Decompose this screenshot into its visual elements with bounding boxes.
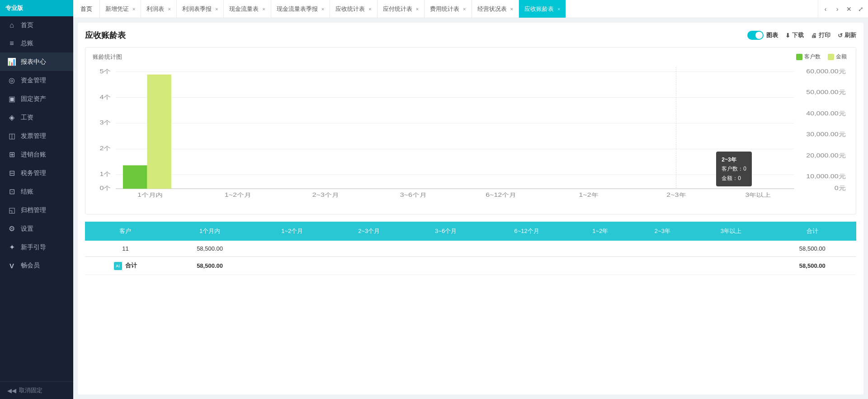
tab-expense-close[interactable]: ×: [463, 6, 466, 12]
sidebar-pin-toggle[interactable]: ◀◀ 取消固定: [0, 381, 73, 399]
tab-biz-status-close[interactable]: ×: [510, 6, 513, 12]
total-3yplus: [693, 257, 768, 275]
main-content: 首页 新增凭证 × 利润表 × 利润表季报 × 现金流量表 × 现金流量表季报 …: [73, 0, 868, 399]
col-12y: 1~2年: [569, 222, 632, 241]
tab-ar-stat[interactable]: 应收统计表 ×: [330, 0, 377, 18]
tab-fullscreen[interactable]: ⤢: [855, 4, 866, 14]
refresh-icon: ↺: [838, 32, 843, 39]
sidebar-item-closing-label: 结账: [21, 188, 33, 196]
sidebar-item-closing[interactable]: ⊡ 结账: [0, 182, 73, 201]
home-icon: ⌂: [7, 21, 16, 29]
sidebar-item-vip-label: 畅会员: [21, 261, 40, 270]
refresh-button[interactable]: ↺ 刷新: [838, 31, 856, 39]
settings-icon: ⚙: [7, 224, 16, 233]
reports-icon: 📊: [7, 57, 16, 66]
sidebar-item-vip[interactable]: V 畅会员: [0, 256, 73, 275]
tab-close-all[interactable]: ✕: [844, 4, 854, 14]
sidebar-item-settings[interactable]: ⚙ 设置: [0, 219, 73, 238]
sidebar-item-tax-label: 税务管理: [21, 169, 46, 177]
tab-cashflow-q[interactable]: 现金流量表季报 ×: [271, 0, 330, 18]
col-1m: 1个月内: [166, 222, 254, 241]
tab-nav-right[interactable]: ›: [832, 4, 843, 14]
col-3yplus: 3年以上: [693, 222, 768, 241]
page-title: 应收账龄表: [85, 30, 126, 41]
svg-text:2~3个月: 2~3个月: [312, 191, 339, 198]
svg-text:2~3年: 2~3年: [666, 191, 686, 198]
sidebar-item-funds[interactable]: ◎ 资金管理: [0, 71, 73, 90]
sidebar-item-salary[interactable]: ◈ 工资: [0, 108, 73, 127]
tab-ar-aging[interactable]: 应收账龄表 ×: [519, 0, 566, 18]
tab-home[interactable]: 首页: [73, 0, 100, 18]
page-actions: 图表 ⬇ 下载 🖨 打印 ↺ 刷新: [747, 31, 856, 40]
sidebar-item-reports-label: 报表中心: [21, 58, 46, 66]
chart-svg: 5个 4个 3个 2个 1个 0个 60,000.00元 50,000.00元 …: [93, 65, 849, 200]
sidebar-item-home-label: 首页: [21, 21, 33, 29]
invoice-icon: ◫: [7, 132, 16, 140]
tab-profit-q-label: 利润表季报: [182, 5, 212, 13]
print-button[interactable]: 🖨 打印: [811, 31, 830, 39]
tab-expense[interactable]: 费用统计表 ×: [425, 0, 472, 18]
svg-text:10,000.00元: 10,000.00元: [806, 173, 845, 180]
vip-icon: V: [7, 262, 16, 270]
tab-profit-q-close[interactable]: ×: [215, 6, 218, 12]
chart-toggle-label: 图表: [766, 31, 778, 39]
table-row: 11 58,500.00 58,500.00: [85, 241, 856, 257]
sidebar-item-archive[interactable]: ◱ 归档管理: [0, 201, 73, 219]
svg-text:1个: 1个: [100, 171, 111, 177]
legend-customer-label: 客户数: [804, 53, 821, 61]
sidebar-item-home[interactable]: ⌂ 首页: [0, 16, 73, 34]
tab-ap-stat[interactable]: 应付统计表 ×: [377, 0, 425, 18]
total-12y: [569, 257, 632, 275]
total-23y: [632, 257, 694, 275]
sidebar-item-tax[interactable]: ⊟ 税务管理: [0, 164, 73, 182]
download-button[interactable]: ⬇ 下载: [785, 31, 804, 39]
svg-text:30,000.00元: 30,000.00元: [806, 131, 845, 138]
print-icon: 🖨: [811, 32, 817, 39]
cell-3yplus: [693, 241, 768, 257]
bar-customer-1: [123, 165, 147, 189]
sidebar-item-guide[interactable]: ✦ 新手引导: [0, 238, 73, 256]
tab-profit-q[interactable]: 利润表季报 ×: [177, 0, 224, 18]
sidebar-item-ledger[interactable]: ≡ 总账: [0, 34, 73, 52]
tab-cashflow[interactable]: 现金流量表 ×: [224, 0, 271, 18]
sidebar-item-reports[interactable]: 📊 报表中心: [0, 52, 73, 71]
svg-text:0元: 0元: [835, 185, 846, 191]
tab-cashflow-q-label: 现金流量表季报: [277, 5, 318, 13]
svg-text:1~2年: 1~2年: [579, 191, 598, 198]
cell-23y: [632, 241, 694, 257]
cell-612m: [484, 241, 569, 257]
tab-nav-left[interactable]: ‹: [820, 4, 831, 14]
svg-text:1个月内: 1个月内: [137, 191, 163, 198]
col-total: 合计: [769, 222, 856, 241]
tab-cashflow-label: 现金流量表: [229, 5, 259, 13]
tab-ap-stat-label: 应付统计表: [383, 5, 412, 13]
tab-voucher[interactable]: 新增凭证 ×: [100, 0, 141, 18]
svg-text:2个: 2个: [100, 145, 111, 152]
legend-amount-label: 金额: [836, 53, 847, 61]
tab-profit-close[interactable]: ×: [168, 6, 170, 12]
tab-biz-status[interactable]: 经营状况表 ×: [472, 0, 519, 18]
tab-ar-stat-close[interactable]: ×: [368, 6, 371, 12]
sidebar-item-assets[interactable]: ▣ 固定资产: [0, 90, 73, 108]
table-header-row: 客户 1个月内 1~2个月 2~3个月 3~6个月 6~12个月 1~2年 2~…: [85, 222, 856, 241]
cell-12y: [569, 241, 632, 257]
tab-profit-label: 利润表: [146, 5, 164, 13]
tax-icon: ⊟: [7, 169, 16, 177]
tab-expense-label: 费用统计表: [430, 5, 459, 13]
chart-toggle[interactable]: [747, 31, 764, 40]
tab-cashflow-q-close[interactable]: ×: [321, 6, 324, 12]
tab-ap-stat-close[interactable]: ×: [416, 6, 419, 12]
tab-cashflow-close[interactable]: ×: [262, 6, 265, 12]
sidebar-item-invoice[interactable]: ◫ 发票管理: [0, 127, 73, 145]
chart-container: 账龄统计图 客户数 金额 5个 4个 3个 2个 1个 0个: [85, 47, 856, 214]
download-icon: ⬇: [785, 32, 790, 39]
sidebar-pin-label: 取消固定: [19, 386, 42, 394]
bar-amount-1: [147, 75, 171, 189]
sidebar-item-stock[interactable]: ⊞ 进销台账: [0, 145, 73, 164]
total-12m: [254, 257, 330, 275]
tab-ar-aging-close[interactable]: ×: [557, 6, 560, 12]
chart-title: 账龄统计图: [93, 53, 849, 61]
legend-customer-color: [796, 54, 802, 60]
tab-profit[interactable]: 利润表 ×: [141, 0, 176, 18]
tab-voucher-close[interactable]: ×: [132, 6, 135, 12]
